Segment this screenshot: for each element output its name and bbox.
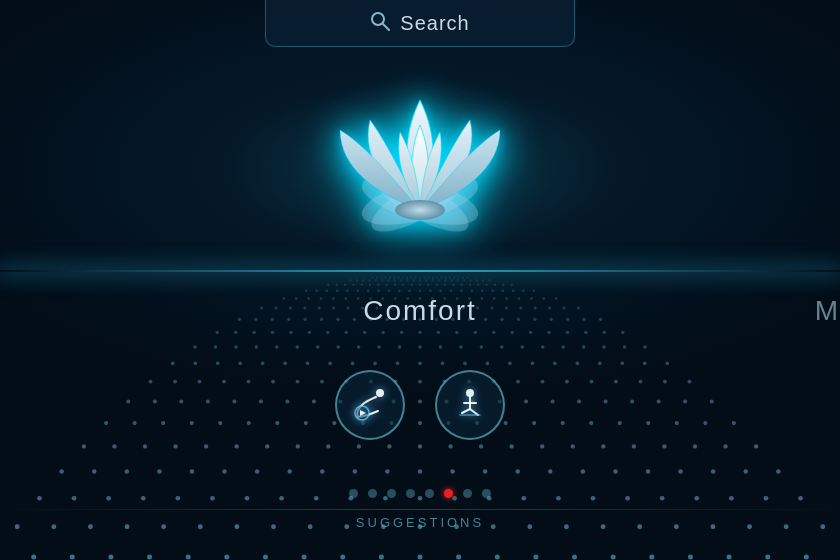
search-icon xyxy=(370,11,390,36)
lotus-flower xyxy=(280,60,560,280)
pagination-dot-4[interactable] xyxy=(406,489,415,498)
bottom-divider xyxy=(0,509,840,510)
svg-point-0 xyxy=(372,13,384,25)
mode-label: Comfort xyxy=(363,295,477,327)
pagination-dot-7[interactable] xyxy=(463,489,472,498)
search-label: Search xyxy=(400,12,469,35)
massage-button[interactable] xyxy=(335,370,405,440)
lotus-svg xyxy=(310,70,530,270)
pagination-dot-5[interactable] xyxy=(425,489,434,498)
pagination-dot-8[interactable] xyxy=(482,489,491,498)
svg-line-1 xyxy=(383,24,389,30)
search-bar[interactable]: Search xyxy=(265,0,575,47)
pagination-dot-6-active[interactable] xyxy=(444,489,453,498)
pagination-dots xyxy=(349,489,491,498)
pagination-dot-2[interactable] xyxy=(368,489,377,498)
seat-position-button[interactable] xyxy=(435,370,505,440)
suggestions-label: SUGGESTIONS xyxy=(356,515,484,530)
svg-point-6 xyxy=(395,200,445,220)
action-icons-row xyxy=(335,370,505,440)
pagination-dot-3[interactable] xyxy=(387,489,396,498)
svg-point-7 xyxy=(376,389,384,397)
svg-point-10 xyxy=(466,389,474,397)
next-mode-label: M xyxy=(815,295,840,327)
pagination-dot-1[interactable] xyxy=(349,489,358,498)
